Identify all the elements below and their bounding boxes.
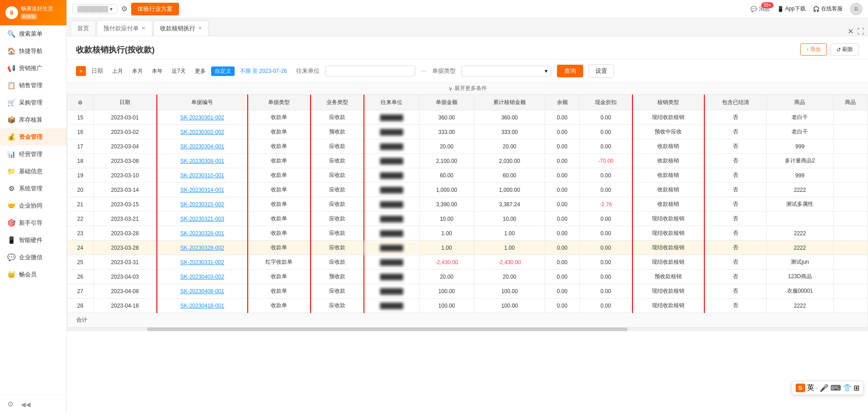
sidebar-item-7[interactable]: 📊经营管理 (0, 146, 66, 163)
tab-collection-close-icon[interactable]: ✕ (198, 25, 202, 31)
date-last-month[interactable]: 上月 (108, 66, 127, 76)
row-included: 否 (704, 270, 767, 284)
row-amount: 1.00 (419, 241, 474, 255)
float-shirt-icon[interactable]: 👕 (843, 384, 852, 392)
row-bill-type: 收款单 (248, 212, 310, 226)
sidebar-item-14[interactable]: 👑畅会员 (0, 266, 66, 283)
sidebar-item-1[interactable]: 🏠快捷导航 (0, 43, 66, 60)
row-unit: ██████ (364, 284, 419, 299)
sidebar-item-6[interactable]: 💰资金管理 (0, 128, 66, 146)
tab-close-all-icon[interactable]: ✕ (848, 27, 854, 36)
unit-input[interactable] (325, 66, 415, 76)
sidebar-icon-5: 📦 (7, 116, 15, 124)
sidebar-settings-icon[interactable]: ⚙ (7, 400, 14, 408)
service-btn[interactable]: 🎧 在线客服 (813, 5, 843, 13)
row-discount: -2.76 (580, 197, 632, 212)
row-bill-no[interactable]: SK-20230328-002 (157, 241, 248, 255)
app-download-btn[interactable]: 📱 App下载 (777, 5, 806, 13)
row-amount: 100.00 (419, 284, 474, 299)
tab-prepayment-close-icon[interactable]: ✕ (142, 25, 146, 31)
row-bill-no[interactable]: SK-20230331-002 (157, 255, 248, 270)
row-amount: 360.00 (419, 110, 474, 125)
refresh-icon: ↺ (836, 47, 841, 53)
table-row: 15 2023-03-01 SK-20230301-002 收款单 应收款 ██… (67, 110, 868, 125)
sidebar-item-13[interactable]: 💬企业微信 (0, 249, 66, 266)
row-bill-no[interactable]: SK-20230314-001 (157, 183, 248, 197)
row-product1: 测试jun (766, 255, 833, 270)
row-bill-no[interactable]: SK-20230321-003 (157, 212, 248, 226)
date-this-month[interactable]: 本月 (128, 66, 146, 76)
float-apps-icon[interactable]: ⊞ (854, 384, 859, 392)
query-btn[interactable]: 查询 (557, 65, 583, 77)
enterprise-selector[interactable]: ████████ ▾ (72, 4, 118, 14)
row-write-off-type: 收款核销 (632, 154, 704, 168)
sidebar-label-10: 企业协同 (19, 202, 42, 210)
top-bar: ████████ ▾ ⚙ 体验行业方案 💬 消息 99+ 📱 App下载 🎧 在… (67, 0, 868, 18)
col-balance: 余额 (545, 95, 580, 110)
row-no: 25 (67, 255, 94, 270)
bill-type-select[interactable]: ▾ (461, 66, 552, 76)
row-product1 (766, 212, 833, 226)
sidebar-item-5[interactable]: 📦库存核算 (0, 111, 66, 128)
row-bill-no[interactable]: SK-20230315-002 (157, 197, 248, 212)
sidebar-collapse-icon[interactable]: ◀◀ (21, 401, 31, 408)
edition-badge: 标推版 (21, 14, 37, 19)
col-product1: 商品 (766, 95, 833, 110)
expand-more-bar[interactable]: ∨ 展开更多条件 (67, 83, 868, 95)
date-more[interactable]: 更多 (191, 66, 209, 76)
row-acc-amount: 100.00 (474, 284, 545, 299)
row-bill-no[interactable]: SK-20230302-002 (157, 125, 248, 139)
row-bill-no[interactable]: SK-20230310-001 (157, 168, 248, 183)
sidebar-item-4[interactable]: 🛒采购管理 (0, 94, 66, 111)
row-balance: 0.00 (545, 284, 580, 299)
row-no: 24 (67, 241, 94, 255)
row-bill-no[interactable]: SK-20230308-001 (157, 154, 248, 168)
date-this-year[interactable]: 本年 (148, 66, 166, 76)
horizontal-scrollbar[interactable] (67, 328, 868, 331)
sidebar-item-12[interactable]: 📱智能硬件 (0, 232, 66, 249)
brand-text: 畅康道好生意 标推版 (21, 5, 53, 20)
sidebar-item-10[interactable]: 🤝企业协同 (0, 197, 66, 214)
sidebar-item-9[interactable]: ⚙系统管理 (0, 180, 66, 197)
tab-home[interactable]: 首页 (71, 20, 96, 36)
sidebar-item-2[interactable]: 📢营销推广 (0, 60, 66, 77)
row-bill-no[interactable]: SK-20230418-001 (157, 299, 248, 313)
industry-btn[interactable]: 体验行业方案 (131, 3, 179, 15)
row-balance: 0.00 (545, 168, 580, 183)
date-last-7days[interactable]: 近7天 (168, 66, 189, 76)
sidebar-item-0[interactable]: 🔍搜索菜单 (0, 25, 66, 43)
row-bill-no[interactable]: SK-20230301-002 (157, 110, 248, 125)
row-bill-no[interactable]: SK-20230328-001 (157, 226, 248, 241)
tab-prepayment[interactable]: 预付款应付单 ✕ (97, 20, 152, 36)
float-mic-icon[interactable]: 🎤 (820, 384, 829, 392)
col-settings-icon[interactable]: ⚙ (67, 95, 94, 110)
app-icon: 📱 (777, 6, 784, 12)
row-biz-type: 应收款 (311, 299, 364, 313)
tab-maximize-icon[interactable]: ⛶ (857, 28, 864, 36)
sidebar-bottom: ⚙ ◀◀ (0, 395, 66, 413)
date-custom[interactable]: 自定义 (211, 66, 235, 76)
sidebar-item-11[interactable]: 🎯新手引导 (0, 214, 66, 232)
float-keyboard-icon[interactable]: ⌨ (830, 384, 841, 392)
row-bill-no[interactable]: SK-20230304-001 (157, 139, 248, 154)
footer-label: 合计 (67, 313, 868, 328)
user-avatar[interactable]: R (850, 3, 863, 15)
row-amount: 1,000.00 (419, 183, 474, 197)
float-icon-2[interactable]: · (816, 384, 818, 392)
sidebar-item-8[interactable]: 📁基础信息 (0, 163, 66, 180)
row-product2 (833, 226, 868, 241)
sidebar-icon-1: 🏠 (7, 47, 15, 55)
sidebar-item-3[interactable]: 📋销售管理 (0, 77, 66, 94)
unit-dots-icon[interactable]: ··· (421, 67, 427, 75)
float-icon-1[interactable]: 英 (807, 383, 814, 393)
refresh-btn[interactable]: ↺ 刷新 (830, 43, 859, 56)
row-bill-no[interactable]: SK-20230408-001 (157, 284, 248, 299)
export-btn[interactable]: ↑ 导出 (800, 43, 827, 56)
filter-expand-btn[interactable]: » (76, 66, 86, 76)
message-btn[interactable]: 💬 消息 99+ (750, 5, 770, 13)
tab-collection[interactable]: 收款核销执行 ✕ (153, 20, 209, 36)
row-bill-no[interactable]: SK-20230403-002 (157, 270, 248, 284)
row-balance: 0.00 (545, 241, 580, 255)
settings-gear-icon[interactable]: ⚙ (121, 5, 127, 13)
table-settings-btn[interactable]: 设置 (589, 64, 614, 78)
